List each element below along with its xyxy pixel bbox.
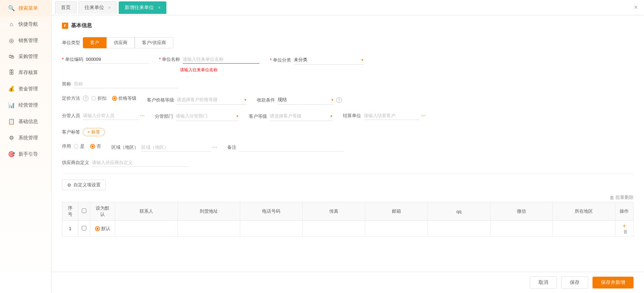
fax-input[interactable] bbox=[306, 226, 362, 231]
customer-price-level-select[interactable]: 请选择客户价格等级 ▾ bbox=[177, 95, 246, 105]
section-header: F 基本信息 bbox=[62, 22, 634, 29]
settlement-unit-input[interactable] bbox=[364, 112, 419, 120]
custom-settings-button[interactable]: ⚙ 自定义项设置 bbox=[62, 180, 106, 190]
select-all-checkbox[interactable] bbox=[82, 209, 86, 213]
pricing-radio-group: 折扣 价格等级 bbox=[91, 95, 136, 101]
cell-wechat[interactable] bbox=[490, 221, 553, 237]
sales-icon: ◎ bbox=[8, 37, 15, 44]
sidebar-item-purchase[interactable]: 🛍 采购管理 bbox=[0, 49, 51, 65]
sidebar-item-inventory[interactable]: 🗄 库存核算 bbox=[0, 65, 51, 81]
col-contact: 联系人 bbox=[115, 202, 178, 221]
payment-terms-group: 收款条件 现结 ▾ ? bbox=[257, 95, 342, 105]
pricing-help-icon[interactable]: ? bbox=[83, 96, 88, 101]
radio-price-level[interactable]: 价格等级 bbox=[112, 95, 136, 101]
sidebar-item-operations[interactable]: 📊 经营管理 bbox=[0, 97, 51, 113]
add-tag-button[interactable]: + 标签 bbox=[83, 128, 105, 136]
cell-email[interactable] bbox=[365, 221, 428, 237]
unit-category-select[interactable]: 未分类 ▾ bbox=[294, 55, 363, 65]
supplier-custom-input[interactable] bbox=[92, 158, 189, 167]
tag-row: 客户标签 + 标签 bbox=[62, 128, 634, 136]
sidebar-item-sales[interactable]: ◎ 销售管理 bbox=[0, 32, 51, 49]
sidebar-item-guide[interactable]: 🎯 新手引导 bbox=[0, 146, 51, 162]
region-more-btn[interactable]: ··· bbox=[212, 144, 217, 150]
table-row: 1 默认 bbox=[62, 221, 634, 237]
radio-yes[interactable]: 是 bbox=[74, 143, 85, 149]
settlement-more-btn[interactable]: ··· bbox=[421, 113, 425, 119]
col-email: 邮箱 bbox=[365, 202, 428, 221]
tab-partner[interactable]: 往来单位 × bbox=[79, 1, 117, 14]
cell-fax[interactable] bbox=[303, 221, 365, 237]
sidebar-item-quick-nav[interactable]: ⌂ 快捷导航 bbox=[0, 16, 51, 32]
col-region: 所在地区 bbox=[553, 202, 615, 221]
remark-input[interactable] bbox=[239, 143, 344, 152]
row-checkbox[interactable] bbox=[82, 226, 86, 230]
supplier-custom-group: 供应商自定义 bbox=[62, 158, 189, 167]
sidebar-item-system[interactable]: ⚙ 系统管理 bbox=[0, 130, 51, 146]
pricing-method-group: 定价方法 ? 折扣 价格等级 bbox=[62, 95, 136, 101]
cell-phone[interactable] bbox=[240, 221, 303, 237]
email-input[interactable] bbox=[369, 226, 424, 231]
save-button[interactable]: 保存 bbox=[561, 276, 588, 289]
radio-no[interactable]: 否 bbox=[90, 143, 101, 149]
table-header-row: 序号 设为默认 联系人 到货地址 电话号码 传真 邮箱 qq 微信 所在地区 操… bbox=[62, 202, 634, 221]
unit-btn-both[interactable]: 客户/供应商 bbox=[135, 37, 173, 48]
department-select[interactable]: 请输入分管部门 ▾ bbox=[176, 112, 238, 121]
delete-row-btn[interactable]: 🗑 bbox=[623, 229, 628, 234]
cell-checkbox[interactable] bbox=[78, 221, 90, 237]
address-input[interactable] bbox=[181, 226, 237, 231]
inventory-icon: 🗄 bbox=[8, 70, 15, 76]
manager-row: 分管人员 ··· 分管部门 请输入分管部门 ▾ 客户等级 请选择客户等级 ▾ bbox=[62, 112, 634, 121]
add-row-btn[interactable]: + bbox=[623, 223, 626, 229]
cell-address[interactable] bbox=[178, 221, 240, 237]
customer-level-select[interactable]: 请选择客户等级 ▾ bbox=[270, 112, 332, 121]
cell-seq: 1 bbox=[62, 221, 78, 237]
tab-new-partner[interactable]: 新增往来单位 × bbox=[119, 1, 166, 14]
tab-new-partner-close[interactable]: × bbox=[158, 5, 160, 10]
form-divider bbox=[62, 174, 634, 174]
save-new-button[interactable]: 保存并新增 bbox=[592, 277, 634, 288]
tab-home[interactable]: 首页 bbox=[55, 1, 77, 14]
department-chevron: ▾ bbox=[236, 114, 238, 119]
purchase-icon: 🛍 bbox=[8, 54, 15, 60]
contact-input[interactable] bbox=[119, 226, 174, 231]
manager-group: 分管人员 ··· bbox=[62, 112, 144, 120]
region-table-input[interactable] bbox=[556, 226, 612, 231]
cell-region[interactable] bbox=[553, 221, 615, 237]
unit-type-row: 单位类型 客户 供应商 客户/供应商 bbox=[62, 37, 634, 48]
cancel-button[interactable]: 取消 bbox=[530, 276, 557, 289]
region-input[interactable] bbox=[141, 143, 211, 152]
operations-icon: 📊 bbox=[8, 102, 15, 108]
tab-partner-close[interactable]: × bbox=[108, 5, 111, 10]
qq-input[interactable] bbox=[431, 226, 487, 231]
cell-qq[interactable] bbox=[427, 221, 490, 237]
customer-tag-label: 客户标签 bbox=[62, 129, 80, 135]
disabled-row: 停用 是 否 区域（地区） ··· bbox=[62, 143, 634, 152]
main-area: 首页 往来单位 × 新增往来单位 × × F 基本信息 单位类型 客户 供应商 bbox=[52, 0, 644, 293]
cell-contact[interactable] bbox=[115, 221, 178, 237]
phone-input[interactable] bbox=[244, 226, 299, 231]
radio-discount[interactable]: 折扣 bbox=[91, 95, 107, 101]
payment-terms-value: 现结 bbox=[278, 97, 330, 103]
unit-name-input[interactable] bbox=[183, 55, 259, 64]
close-all-tabs[interactable]: × bbox=[631, 4, 641, 11]
payment-help-icon[interactable]: ? bbox=[336, 97, 342, 103]
customer-level-label: 客户等级 bbox=[249, 113, 267, 120]
sidebar-item-finance[interactable]: 💰 资金管理 bbox=[0, 81, 51, 97]
unit-code-input[interactable] bbox=[86, 55, 149, 64]
col-fax: 传真 bbox=[303, 202, 365, 221]
payment-terms-select[interactable]: 现结 ▾ bbox=[278, 95, 333, 105]
batch-delete-button[interactable]: 🗑 批量删除 bbox=[610, 194, 634, 201]
sidebar-item-basic[interactable]: 📋 基础信息 bbox=[0, 113, 51, 130]
col-default: 设为默认 bbox=[90, 202, 115, 221]
wechat-input[interactable] bbox=[494, 226, 549, 231]
sidebar-item-search[interactable]: 🔍 搜索菜单 bbox=[0, 0, 51, 16]
short-name-input[interactable] bbox=[74, 80, 178, 88]
unit-btn-supplier[interactable]: 供应商 bbox=[107, 37, 135, 48]
manager-more-btn[interactable]: ··· bbox=[140, 113, 144, 119]
unit-type-label: 单位类型 bbox=[62, 40, 80, 46]
manager-input[interactable] bbox=[83, 112, 139, 120]
tab-bar: 首页 往来单位 × 新增往来单位 × × bbox=[52, 0, 644, 15]
default-radio[interactable]: 默认 bbox=[94, 226, 111, 232]
unit-type-buttons: 客户 供应商 客户/供应商 bbox=[83, 37, 173, 48]
unit-btn-customer[interactable]: 客户 bbox=[83, 37, 107, 48]
